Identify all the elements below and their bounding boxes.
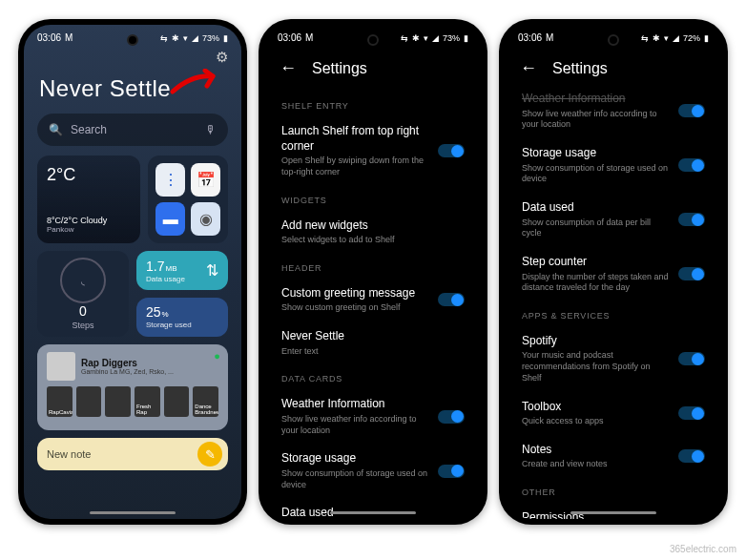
new-note-card[interactable]: New note ✎ — [37, 438, 228, 470]
signal-icon: ◢ — [192, 33, 198, 43]
storage-unit: % — [162, 310, 169, 319]
transfer-icon: ⇅ — [206, 261, 218, 280]
toggle[interactable] — [678, 449, 705, 463]
phone-icon[interactable]: ⋮ — [155, 163, 185, 197]
pencil-icon[interactable]: ✎ — [197, 442, 222, 467]
toggle[interactable] — [678, 406, 705, 420]
battery-icon: ▮ — [464, 33, 468, 43]
row-storage[interactable]: Storage usageShow consumption of storage… — [264, 444, 482, 498]
row-custom-greeting[interactable]: Custom greeting messageShow custom greet… — [264, 279, 482, 321]
row-spotify[interactable]: SpotifyYour music and podcast recommenda… — [505, 326, 722, 392]
bluetooth-icon: ✱ — [653, 33, 660, 43]
search-icon: 🔍 — [49, 123, 63, 136]
battery-icon: ▮ — [704, 33, 709, 43]
storage-value: 25 — [146, 304, 161, 320]
row-data-used[interactable]: Data usedShow consumption of data per bi… — [505, 193, 722, 247]
data-label: Data usage — [146, 275, 185, 283]
row-notes[interactable]: NotesCreate and view notes — [505, 435, 722, 478]
spotify-icon: ● — [214, 350, 220, 362]
toggle[interactable] — [678, 213, 705, 226]
page-title: Settings — [552, 60, 608, 77]
search-placeholder: Search — [71, 123, 107, 136]
battery-pct: 72% — [683, 33, 700, 43]
row-greeting-text[interactable]: Never SettleEnter text — [264, 321, 482, 364]
battery-icon: ▮ — [223, 33, 228, 43]
row-weather[interactable]: Weather InformationShow live weather inf… — [264, 389, 482, 444]
storage-label: Storage used — [146, 321, 218, 329]
row-weather-cut[interactable]: Weather InformationShow live weather inf… — [505, 92, 722, 138]
watermark: 365electric.com — [670, 544, 736, 554]
signal-icon: ◢ — [673, 33, 679, 43]
playlist-thumb[interactable] — [105, 386, 131, 417]
toggle[interactable] — [678, 267, 705, 280]
note-label: New note — [47, 448, 91, 460]
section-data-cards: DATA CARDS — [264, 364, 482, 389]
back-arrow-icon[interactable]: ← — [280, 58, 297, 78]
signal-icon: ◢ — [432, 33, 439, 43]
steps-card[interactable]: ◟ 0 Steps — [37, 251, 129, 337]
playlist-thumb[interactable]: RapCaviar — [47, 386, 73, 417]
back-arrow-icon[interactable]: ← — [520, 58, 537, 78]
toggle[interactable] — [438, 293, 465, 306]
section-header: HEADER — [264, 254, 482, 279]
row-storage[interactable]: Storage usageShow consumption of storage… — [505, 138, 722, 193]
data-value: 1.7 — [146, 259, 164, 274]
weather-card[interactable]: 2°C 8°C/2°C Cloudy Pankow — [37, 156, 140, 243]
nav-handle[interactable] — [90, 511, 176, 514]
data-usage-card[interactable]: 1.7MB Data usage ⇅ — [136, 251, 228, 290]
search-input[interactable]: 🔍 Search 🎙 — [37, 114, 228, 146]
row-step-counter[interactable]: Step counterDisplay the number of steps … — [505, 247, 722, 301]
section-other: OTHER — [505, 478, 722, 503]
gmail-icon: M — [65, 32, 73, 43]
toggle[interactable] — [438, 410, 465, 424]
section-apps: APPS & SERVICES — [505, 301, 722, 326]
storage-card[interactable]: 25% Storage used — [136, 298, 228, 337]
calendar-icon[interactable]: 📅 — [191, 163, 220, 197]
spotify-title: Rap Diggers — [81, 358, 174, 368]
toggle[interactable] — [678, 158, 705, 172]
bluetooth-icon: ✱ — [412, 33, 420, 43]
nfc-icon: ⇆ — [401, 33, 408, 43]
playlist-thumb[interactable] — [164, 386, 190, 417]
gmail-icon: M — [305, 32, 313, 43]
mic-icon[interactable]: 🎙 — [205, 123, 217, 136]
nav-handle[interactable] — [570, 511, 656, 514]
annotation-arrow — [169, 69, 226, 103]
bluetooth-icon: ✱ — [172, 33, 179, 43]
section-widgets: WIDGETS — [264, 186, 482, 211]
toggle[interactable] — [438, 144, 465, 157]
nav-handle[interactable] — [330, 511, 416, 514]
playlist-thumb[interactable] — [76, 386, 102, 417]
section-shelf-entry: SHELF ENTRY — [264, 92, 482, 116]
wifi-icon: ▾ — [424, 33, 428, 43]
battery-pct: 73% — [443, 33, 460, 43]
toggle[interactable] — [678, 352, 705, 365]
playlist-thumb[interactable]: Dance Brandnew — [193, 386, 218, 417]
row-add-widgets[interactable]: Add new widgetsSelect widgets to add to … — [264, 211, 482, 254]
playlist-thumb[interactable]: Fresh Rap — [135, 386, 160, 417]
status-time: 03:06 — [518, 32, 542, 43]
toggle[interactable] — [678, 104, 705, 117]
camera-hole — [608, 34, 619, 46]
steps-count: 0 — [79, 303, 87, 319]
data-unit: MB — [165, 264, 176, 273]
row-launch-shelf[interactable]: Launch Shelf from top right cornerOpen S… — [264, 116, 482, 186]
steps-label: Steps — [72, 321, 93, 330]
row-toolbox[interactable]: ToolboxQuick access to apps — [505, 392, 722, 435]
page-title: Settings — [312, 60, 367, 77]
weather-temp: 2°C — [47, 165, 131, 185]
spotify-thumbs: RapCaviar Fresh Rap Dance Brandnew — [47, 386, 218, 417]
spotify-card[interactable]: ● Rap Diggers Gambino La MG, Zed, Rsko, … — [37, 344, 228, 430]
toggle[interactable] — [438, 465, 465, 478]
phone-settings-1: 03:06M ⇆✱▾◢73%▮ ← Settings SHELF ENTRY L… — [259, 19, 487, 525]
gear-icon[interactable]: ⚙ — [216, 49, 228, 66]
weather-location: Pankow — [47, 225, 131, 234]
status-time: 03:06 — [278, 32, 301, 43]
wifi-icon: ▾ — [183, 33, 188, 43]
camera-icon[interactable]: ◉ — [191, 202, 220, 236]
nfc-icon: ⇆ — [641, 33, 649, 43]
phone-shelf: 03:06 M ⇆ ✱ ▾ ◢ 73% ▮ ⚙ Never Settle 🔍 S… — [18, 19, 247, 525]
files-icon[interactable]: ▬ — [155, 202, 185, 236]
row-data-used[interactable]: Data usedShow consumption of data per bi… — [264, 498, 482, 519]
camera-hole — [367, 34, 379, 46]
